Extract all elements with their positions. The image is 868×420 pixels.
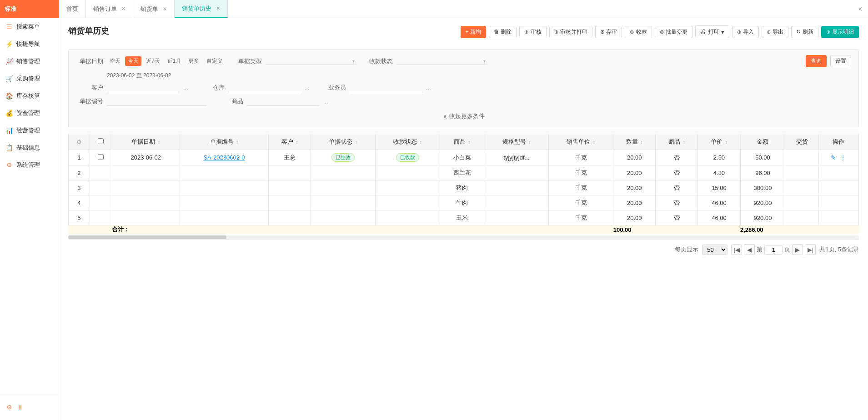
audit-print-button[interactable]: ⊙ 审核并打印 bbox=[549, 26, 592, 38]
cell-customer bbox=[269, 210, 311, 225]
cell-trade bbox=[785, 180, 818, 195]
sort-doc-no-icon[interactable]: ↕ bbox=[236, 140, 238, 145]
date-last7days[interactable]: 近7天 bbox=[143, 56, 163, 66]
doc-no-link[interactable]: SA-20230602-0 bbox=[203, 154, 245, 161]
warehouse-label: 仓库 bbox=[197, 84, 225, 92]
date-yesterday[interactable]: 昨天 bbox=[107, 56, 123, 66]
first-page-button[interactable]: |◀ bbox=[731, 244, 742, 255]
cell-date bbox=[112, 180, 180, 195]
new-button[interactable]: + 新增 bbox=[461, 26, 486, 38]
summary-price-empty bbox=[698, 225, 740, 234]
cell-doc-status bbox=[311, 210, 376, 225]
payment-status-select[interactable]: ▾ bbox=[396, 58, 487, 65]
sidebar-settings-bottom[interactable]: ⚙ ⏸ bbox=[0, 399, 59, 415]
import-button[interactable]: ⊙ 导入 bbox=[732, 26, 759, 38]
sort-unit-price-icon[interactable]: ↕ bbox=[725, 140, 728, 145]
date-custom[interactable]: 自定义 bbox=[204, 56, 226, 66]
summary-row: 合计： 100.00 2,286.00 bbox=[69, 225, 859, 234]
sidebar-item-sales-mgmt[interactable]: 📈 销售管理 bbox=[0, 53, 59, 70]
salesperson-input[interactable] bbox=[350, 83, 422, 92]
doc-type-arrow-icon: ▾ bbox=[352, 59, 355, 64]
system-mgmt-icon: ⚙ bbox=[5, 161, 13, 169]
cell-checkbox bbox=[90, 195, 112, 210]
doc-no-label: 单据编号 bbox=[76, 97, 103, 105]
collect-button[interactable]: ⊙ 收款 bbox=[625, 26, 652, 38]
th-trade: 交货 bbox=[785, 134, 818, 150]
last-page-button[interactable]: ▶| bbox=[805, 244, 816, 255]
sort-gift-icon[interactable]: ↕ bbox=[683, 140, 685, 145]
sidebar-item-purchase-mgmt[interactable]: 🛒 采购管理 bbox=[0, 70, 59, 87]
date-more[interactable]: 更多 bbox=[186, 56, 202, 66]
scroll-thumb[interactable] bbox=[68, 235, 226, 239]
warehouse-input[interactable] bbox=[228, 83, 301, 92]
next-page-button[interactable]: ▶ bbox=[792, 244, 803, 255]
refresh-button[interactable]: ↻ 刷新 bbox=[791, 26, 818, 38]
sort-unit-icon[interactable]: ↕ bbox=[593, 140, 595, 145]
th-settings[interactable]: ⚙ bbox=[69, 134, 90, 150]
sidebar-item-inventory[interactable]: 🏠 库存核算 bbox=[0, 87, 59, 105]
sidebar-item-finance-mgmt[interactable]: 💰 资金管理 bbox=[0, 105, 59, 122]
close-all-tabs[interactable]: ✕ bbox=[853, 6, 868, 12]
date-last1month[interactable]: 近1月 bbox=[165, 56, 184, 66]
filter-product: 商品 ... bbox=[216, 97, 328, 106]
tab-sales-history[interactable]: 销货单历史 ✕ bbox=[175, 0, 228, 18]
product-input[interactable] bbox=[247, 97, 320, 106]
cell-pay-status bbox=[376, 210, 440, 225]
doc-type-select[interactable]: ▾ bbox=[266, 58, 356, 65]
edit-icon[interactable]: ✎ bbox=[831, 154, 836, 161]
show-detail-button[interactable]: ⊙ 显示明细 bbox=[821, 26, 859, 38]
doc-type-label: 单据类型 bbox=[235, 57, 262, 65]
sidebar-item-quick-nav[interactable]: ⚡ 快捷导航 bbox=[0, 35, 59, 53]
salesperson-dots[interactable]: ... bbox=[426, 85, 431, 91]
select-all-checkbox[interactable] bbox=[98, 138, 104, 144]
audit-button[interactable]: ⊙ 审核 bbox=[519, 26, 546, 38]
product-dots[interactable]: ... bbox=[323, 98, 328, 105]
cell-checkbox bbox=[90, 150, 112, 165]
horizontal-scrollbar[interactable] bbox=[68, 235, 859, 239]
sort-spec-icon[interactable]: ↕ bbox=[528, 140, 531, 145]
date-today[interactable]: 今天 bbox=[125, 56, 141, 66]
filter-customer: 客户 ... bbox=[76, 83, 188, 92]
sort-date-icon[interactable]: ↕ bbox=[158, 140, 160, 145]
warehouse-dots[interactable]: ... bbox=[305, 85, 310, 91]
more-icon[interactable]: ⋮ bbox=[840, 154, 846, 161]
sort-doc-status-icon[interactable]: ↕ bbox=[355, 140, 357, 145]
sort-quantity-icon[interactable]: ↕ bbox=[641, 140, 643, 145]
settings-button[interactable]: 设置 bbox=[830, 55, 851, 67]
prev-page-button[interactable]: ◀ bbox=[744, 244, 755, 255]
print-button[interactable]: 🖨 打印 ▾ bbox=[695, 25, 729, 38]
close-sales-order-icon[interactable]: ✕ bbox=[121, 6, 125, 12]
row-checkbox[interactable] bbox=[98, 154, 104, 160]
pause-icon: ⏸ bbox=[16, 404, 24, 411]
tab-sales-order[interactable]: 销售订单 ✕ bbox=[86, 0, 133, 18]
th-action: 操作 bbox=[818, 134, 858, 150]
collapse-filter-button[interactable]: ∧ 收起更多条件 bbox=[76, 110, 851, 122]
sidebar-item-basic-info[interactable]: 📋 基础信息 bbox=[0, 139, 59, 156]
doc-no-input[interactable] bbox=[107, 97, 207, 106]
discard-button[interactable]: ⊗ 弃审 bbox=[595, 26, 622, 38]
sort-customer-icon[interactable]: ↕ bbox=[296, 140, 298, 145]
export-button[interactable]: ⊙ 导出 bbox=[762, 26, 788, 38]
cell-spec bbox=[484, 165, 549, 180]
sidebar-item-system-mgmt[interactable]: ⚙ 系统管理 bbox=[0, 156, 59, 174]
page-number-input[interactable]: 1 bbox=[764, 245, 783, 255]
query-button[interactable]: 查询 bbox=[806, 55, 827, 67]
summary-gift-empty bbox=[656, 225, 698, 234]
cell-action bbox=[818, 195, 858, 210]
tab-sales-delivery[interactable]: 销货单 ✕ bbox=[133, 0, 175, 18]
sort-product-icon[interactable]: ↕ bbox=[468, 140, 471, 145]
customer-input[interactable] bbox=[107, 83, 180, 92]
customer-dots[interactable]: ... bbox=[183, 85, 188, 91]
sidebar-item-search-menu[interactable]: ☰ 搜索菜单 bbox=[0, 18, 59, 35]
settings-gear-icon[interactable]: ⚙ bbox=[76, 139, 82, 145]
page-size-select[interactable]: 50 100 200 bbox=[702, 245, 728, 255]
batch-change-button[interactable]: ⊙ 批量变更 bbox=[655, 26, 692, 38]
table-row: 12023-06-02SA-20230602-0王总已生效已收款小白菜tyjyj… bbox=[69, 150, 859, 165]
tab-home[interactable]: 首页 bbox=[59, 0, 86, 18]
tab-bar: 首页 销售订单 ✕ 销货单 ✕ 销货单历史 ✕ ✕ bbox=[59, 0, 868, 18]
sidebar-item-operations[interactable]: 📊 经营管理 bbox=[0, 122, 59, 139]
sort-pay-status-icon[interactable]: ↕ bbox=[420, 140, 422, 145]
close-sales-history-icon[interactable]: ✕ bbox=[216, 5, 220, 11]
delete-button[interactable]: 🗑 删除 bbox=[489, 26, 517, 38]
close-sales-delivery-icon[interactable]: ✕ bbox=[163, 6, 167, 12]
